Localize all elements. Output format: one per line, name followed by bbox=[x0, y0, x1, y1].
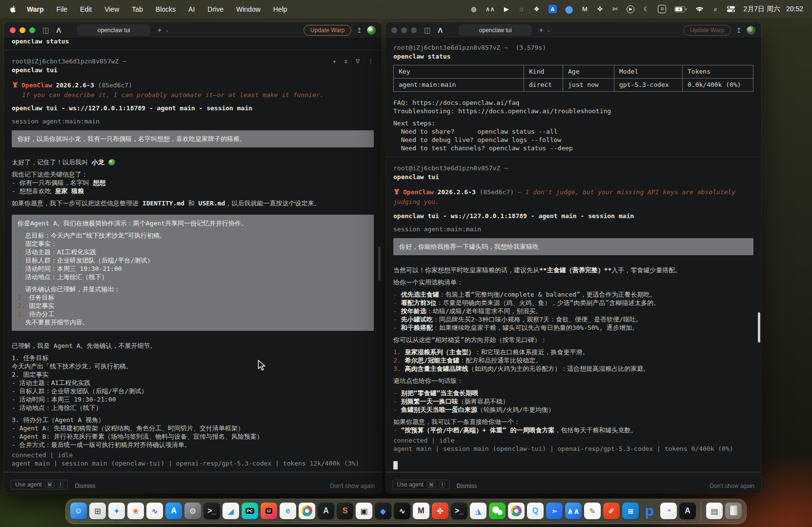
dock-item-pycharm[interactable]: PC bbox=[242, 501, 258, 522]
close-button[interactable] bbox=[10, 27, 16, 33]
scissors-icon[interactable]: ✄ bbox=[611, 5, 618, 13]
use-agent-button[interactable]: Use agent ⌘ I bbox=[392, 480, 449, 489]
control-center-icon[interactable] bbox=[727, 5, 735, 13]
terminal-input[interactable] bbox=[393, 461, 753, 472]
scrollbar-thumb[interactable] bbox=[378, 246, 381, 281]
dont-show-again-button[interactable]: Don't show again bbox=[330, 483, 375, 489]
play-app-icon[interactable]: ▶ bbox=[503, 5, 510, 13]
dock-item-edge[interactable]: e bbox=[280, 501, 296, 522]
dismiss-button[interactable]: Dismiss bbox=[75, 483, 95, 489]
dock-item-arc[interactable]: A bbox=[679, 501, 696, 522]
dock-item-qq[interactable]: Q bbox=[527, 501, 544, 522]
dock-item-warp[interactable]: A bbox=[318, 501, 334, 522]
dock-item-lark[interactable]: ➣ bbox=[546, 501, 563, 522]
pet-app-icon[interactable]: ✜ bbox=[596, 5, 603, 13]
dock-item-orange-pet[interactable]: ✜ bbox=[432, 501, 448, 522]
terminal-pane[interactable]: openclaw status root@iZj6cbnt3e6d1pzn8v8… bbox=[4, 39, 382, 472]
dock-item-pcloud[interactable]: p bbox=[641, 501, 658, 522]
dock-item-wechat[interactable] bbox=[489, 501, 506, 522]
dock-item-docker[interactable]: ≋ bbox=[622, 501, 639, 522]
avatar[interactable] bbox=[367, 26, 376, 35]
tab-dropdown-icon[interactable]: ⌄ bbox=[547, 27, 551, 33]
apple-menu-icon[interactable] bbox=[9, 5, 16, 13]
tab-openclaw-tui[interactable]: openclaw tui bbox=[459, 24, 532, 36]
dock-item-documents[interactable]: ▤ bbox=[706, 501, 723, 522]
tab-dropdown-icon[interactable]: ⌄ bbox=[165, 27, 169, 33]
scrollbar-thumb[interactable] bbox=[758, 312, 760, 343]
share-icon[interactable]: ↥ bbox=[736, 26, 742, 34]
search-icon[interactable]: ⌕ bbox=[712, 5, 719, 13]
dock-item-activity-monitor[interactable]: ∿ bbox=[394, 501, 410, 522]
filter-icon[interactable]: ∇ bbox=[356, 58, 360, 65]
dock-item-notes[interactable]: ✎ bbox=[584, 501, 601, 522]
update-warp-button[interactable]: Update Warp bbox=[304, 25, 351, 36]
zoom-button[interactable] bbox=[411, 27, 417, 33]
sidebar-toggle-icon[interactable]: ◫ bbox=[42, 26, 49, 35]
menu-clock[interactable]: 2月7日 周六 20:52 bbox=[743, 5, 803, 14]
use-agent-button[interactable]: Use agent ⌘ I bbox=[11, 480, 68, 489]
new-tab-button[interactable]: + bbox=[539, 26, 543, 35]
dock-item-freeform[interactable]: ∿ bbox=[146, 501, 163, 522]
app-a-icon[interactable]: A bbox=[548, 5, 557, 13]
menu-item-tab[interactable]: Tab bbox=[132, 5, 143, 13]
mountains-icon[interactable]: ∧∧ bbox=[486, 5, 495, 13]
dock-item-clashx[interactable]: ◮ bbox=[470, 501, 487, 522]
dock-item-intellij-idea[interactable]: IJ bbox=[261, 501, 277, 522]
terminal-pane[interactable]: root@iZj6cbnt3e6d1pzn8v857vZ ~ (3.579s) … bbox=[386, 39, 761, 472]
minimize-button[interactable] bbox=[401, 27, 407, 33]
wifi-icon[interactable] bbox=[695, 5, 704, 13]
chat-bubble-icon[interactable]: ◌ bbox=[518, 5, 525, 13]
avatar[interactable] bbox=[747, 26, 755, 35]
dock-item-mail[interactable]: M bbox=[413, 501, 429, 522]
dock-item-journal[interactable]: ✐ bbox=[603, 501, 620, 522]
dock-item-sketch[interactable]: ◆ bbox=[375, 501, 391, 522]
menu-item-help[interactable]: Help bbox=[273, 5, 287, 13]
menu-item-file[interactable]: File bbox=[56, 5, 67, 13]
running-indicator bbox=[173, 521, 175, 522]
menu-item-edit[interactable]: Edit bbox=[80, 5, 92, 13]
droplet-icon[interactable]: ⬤ bbox=[565, 5, 573, 13]
dock-item-system-settings[interactable]: ⚙ bbox=[184, 501, 201, 522]
close-button[interactable] bbox=[391, 27, 397, 33]
moon-icon[interactable]: ☾ bbox=[643, 5, 650, 13]
dont-show-again-button[interactable]: Don't show again bbox=[710, 483, 754, 489]
dock-item-terminal[interactable]: >_ bbox=[203, 501, 220, 522]
dock-item-photos[interactable]: ❀ bbox=[127, 501, 144, 522]
ai-sparkle-icon[interactable]: ✦ bbox=[333, 58, 337, 65]
mail-icon[interactable]: M bbox=[581, 5, 588, 13]
dock-item-trash[interactable] bbox=[725, 501, 742, 522]
menu-item-warp[interactable]: Warp bbox=[27, 5, 43, 13]
tab-openclaw-tui[interactable]: openclaw tui bbox=[77, 24, 150, 36]
update-warp-button[interactable]: Update Warp bbox=[683, 25, 731, 36]
sidebar-toggle-icon[interactable]: ◫ bbox=[424, 26, 431, 35]
shield-icon[interactable]: ◍ bbox=[470, 5, 477, 13]
menu-item-window[interactable]: Window bbox=[236, 5, 261, 13]
wechat-tray-icon[interactable]: ❖ bbox=[533, 5, 540, 13]
dock-item-safari[interactable]: ✦ bbox=[108, 501, 125, 522]
dock-item-app-store[interactable]: A bbox=[165, 501, 182, 522]
menu-item-blocks[interactable]: Blocks bbox=[156, 5, 176, 13]
play-circle-icon[interactable]: ▶ bbox=[627, 5, 634, 13]
dock-item-chrome[interactable] bbox=[299, 501, 315, 522]
zoom-button[interactable] bbox=[29, 27, 35, 33]
dock-item-terminal-2[interactable]: >_ bbox=[451, 501, 467, 522]
dock-item-sublime[interactable]: S bbox=[337, 501, 353, 522]
dock-item-mountain-app[interactable]: ∧∧ bbox=[565, 501, 582, 522]
dock-item-trae[interactable]: ◔ bbox=[660, 501, 677, 522]
dock-item-finder[interactable]: ☺ bbox=[70, 501, 87, 522]
new-tab-button[interactable]: + bbox=[157, 26, 162, 35]
dock-item-vscode[interactable]: ◢ bbox=[223, 501, 239, 522]
menu-item-view[interactable]: View bbox=[104, 5, 119, 13]
dismiss-button[interactable]: Dismiss bbox=[456, 483, 477, 489]
dock-item-chromium[interactable] bbox=[508, 501, 525, 522]
dock-item-logseq[interactable]: ▣ bbox=[356, 501, 372, 522]
input-source-icon[interactable]: ⌗ bbox=[658, 5, 666, 13]
share-icon[interactable]: ↥ bbox=[356, 26, 362, 34]
menu-item-drive[interactable]: Drive bbox=[207, 5, 223, 13]
dock-item-launchpad[interactable]: ⊞ bbox=[89, 501, 106, 522]
battery-icon[interactable] bbox=[674, 5, 687, 13]
menu-item-ai[interactable]: AI bbox=[188, 5, 195, 13]
more-options-icon[interactable]: ⋮ bbox=[367, 58, 374, 65]
download-block-icon[interactable]: ↧ bbox=[344, 58, 348, 65]
minimize-button[interactable] bbox=[20, 27, 25, 33]
